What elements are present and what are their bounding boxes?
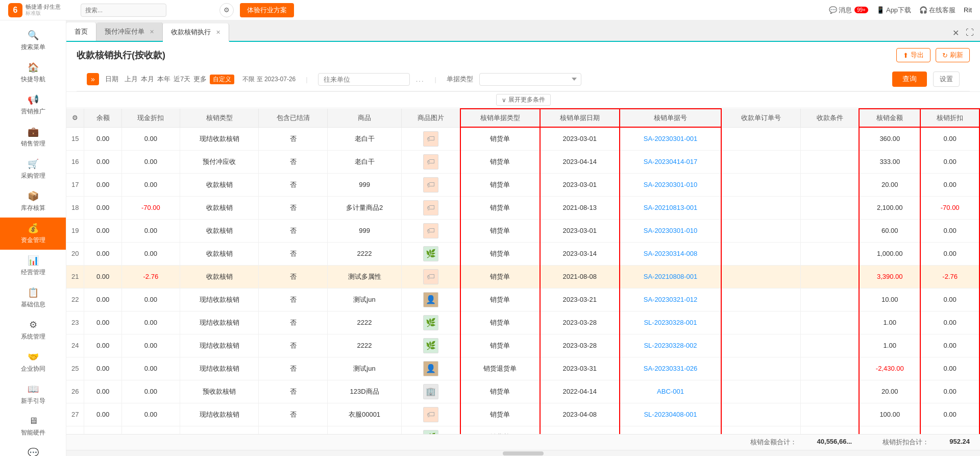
cell-verify-number[interactable]: SL-20230408-001 [620, 403, 721, 426]
tab-prepay[interactable]: 预付冲应付单 ✕ [96, 22, 163, 41]
cell-verify-number[interactable]: SL-20230418-001 [620, 426, 721, 434]
cell-verify-amount: 1.00 [859, 311, 920, 334]
date-cur-year[interactable]: 本年 [157, 75, 170, 84]
cell-verify-amount: 20.00 [859, 173, 920, 196]
goods-image: 🏷 [423, 177, 438, 193]
cell-balance: 0.00 [84, 219, 121, 242]
user-name[interactable]: Rit [964, 6, 972, 14]
goods-image: 🌿 [423, 338, 438, 353]
export-btn[interactable]: ⬆ 导出 [896, 48, 930, 62]
sidebar-item-inventory[interactable]: 📦 库存核算 [0, 185, 66, 218]
cell-receipt-terms [800, 426, 859, 434]
cell-balance: 0.00 [84, 357, 121, 380]
settings-icon[interactable]: ⚙ [219, 3, 234, 17]
expand-more-btn[interactable]: ∨ 展开更多条件 [496, 94, 551, 106]
verify-number-link[interactable]: SA-20230314-008 [644, 250, 698, 257]
footer-verify-discount-total: 952.24 [949, 438, 970, 447]
sidebar-item-operations[interactable]: 📊 经营管理 [0, 250, 66, 282]
cell-verify-discount: -2.76 [920, 265, 979, 288]
sidebar-item-base[interactable]: 📋 基础信息 [0, 282, 66, 314]
cell-verify-date: 2023-04-08 [540, 403, 620, 426]
date-cur-month[interactable]: 本月 [141, 75, 154, 84]
cell-cash-discount: 0.00 [121, 127, 180, 150]
top-search-input[interactable] [81, 4, 166, 17]
sidebar-item-cooperation[interactable]: 🤝 企业协同 [0, 346, 66, 378]
goods-image: 🏷 [423, 154, 438, 170]
cell-goods: 测试jun [327, 357, 402, 380]
cell-verify-number[interactable]: ABC-001 [620, 380, 721, 403]
sidebar-item-marketing[interactable]: 📢 营销推广 [0, 89, 66, 121]
verify-number-link[interactable]: SL-20230408-001 [644, 411, 697, 418]
sidebar-item-hardware[interactable]: 🖥 智能硬件 [0, 411, 66, 442]
tab-prepay-close[interactable]: ✕ [150, 29, 154, 35]
date-7days[interactable]: 近7天 [174, 75, 190, 84]
table-row: 16 0.00 0.00 预付冲应收 否 老白干 🏷 销货单 2023-04-1… [66, 150, 979, 173]
cell-verify-voucher-type: 销货单 [460, 265, 540, 288]
cell-id: 16 [66, 150, 84, 173]
sidebar-item-system[interactable]: ⚙ 系统管理 [0, 314, 66, 346]
cell-verify-number[interactable]: SA-20230321-012 [620, 288, 721, 311]
tab-home[interactable]: 首页 [66, 22, 96, 41]
system-icon: ⚙ [29, 319, 37, 330]
cell-receipt-order-no [721, 127, 800, 150]
data-table-container[interactable]: ⚙ 余额 现金折扣 核销类型 包含已结清 商品 商品图片 核销单据类型 核销单据… [66, 108, 980, 434]
cell-verify-number[interactable]: SL-20230328-001 [620, 311, 721, 334]
verify-number-link[interactable]: SA-20230331-026 [644, 365, 698, 372]
verify-number-link[interactable]: SA-20230414-017 [644, 158, 698, 165]
sidebar-item-guide[interactable]: 📖 新手引导 [0, 378, 66, 411]
maximize-btn[interactable]: ⛶ [964, 27, 976, 39]
voucher-type-select[interactable]: 销货单 销货退货单 [479, 73, 581, 86]
cell-verify-number[interactable]: SA-20230414-017 [620, 150, 721, 173]
sidebar-item-search[interactable]: 🔍 搜索菜单 [0, 25, 66, 57]
verify-number-link[interactable]: ABC-001 [657, 388, 684, 395]
refresh-btn[interactable]: ↻ 刷新 [936, 48, 970, 62]
tab-verify-close[interactable]: ✕ [216, 29, 220, 36]
close-all-tabs-btn[interactable]: ✕ [949, 27, 962, 39]
app-download-btn[interactable]: 📱 App下载 [876, 6, 911, 15]
tab-verify[interactable]: 收款核销执行 ✕ [163, 23, 229, 42]
cell-verify-number[interactable]: SA-20230301-010 [620, 219, 721, 242]
date-range-display: 不限 至 2023-07-26 [242, 75, 296, 84]
verify-number-link[interactable]: SL-20230328-002 [644, 342, 697, 349]
setting-btn[interactable]: 设置 [933, 71, 960, 87]
cell-verify-number[interactable]: SL-20230328-002 [620, 334, 721, 357]
verify-number-link[interactable]: SL-20230418-001 [644, 434, 697, 434]
cell-verify-number[interactable]: SA-20210813-001 [620, 196, 721, 219]
cell-verify-amount: 100.00 [859, 426, 920, 434]
verify-number-link[interactable]: SA-20210808-001 [644, 273, 698, 280]
col-settings[interactable]: ⚙ [66, 109, 84, 127]
cell-goods-img: 🌿 [402, 311, 460, 334]
date-prev-month[interactable]: 上月 [125, 75, 138, 84]
sidebar-item-wechat[interactable]: 💬 企业微信 [0, 442, 66, 456]
verify-number-link[interactable]: SA-20230321-012 [644, 296, 698, 303]
solution-button[interactable]: 体验行业方案 [240, 3, 294, 17]
cell-verify-date: 2023-04-14 [540, 150, 620, 173]
horizontal-scrollbar-thumb[interactable] [503, 451, 544, 455]
cell-verify-number[interactable]: SA-20210808-001 [620, 265, 721, 288]
sidebar-item-finance[interactable]: 💰 资金管理 [0, 218, 66, 250]
query-btn[interactable]: 查询 [892, 71, 927, 87]
scrollbar-area[interactable] [66, 450, 980, 456]
cell-verify-number[interactable]: SA-20230331-026 [620, 357, 721, 380]
sidebar-item-sales[interactable]: 💼 销售管理 [0, 121, 66, 153]
cell-verify-number[interactable]: SA-20230301-001 [620, 127, 721, 150]
cell-verify-type: 收款核销 [180, 196, 259, 219]
expand-more-bar: ∨ 展开更多条件 [66, 92, 980, 108]
verify-number-link[interactable]: SA-20210813-001 [644, 204, 698, 211]
cell-goods: 999 [327, 173, 402, 196]
cell-verify-number[interactable]: SA-20230314-008 [620, 242, 721, 265]
sidebar-item-purchase[interactable]: 🛒 采购管理 [0, 153, 66, 185]
cell-verify-number[interactable]: SA-20230301-010 [620, 173, 721, 196]
counterpart-input[interactable] [318, 73, 410, 86]
sidebar-item-nav[interactable]: 🏠 快捷导航 [0, 57, 66, 89]
verify-number-link[interactable]: SA-20230301-001 [644, 135, 698, 142]
verify-number-link[interactable]: SA-20230301-010 [644, 181, 698, 188]
date-more[interactable]: 更多 [193, 75, 207, 84]
verify-number-link[interactable]: SA-20230301-010 [644, 227, 698, 234]
filter-expand-btn[interactable]: » [87, 73, 99, 85]
verify-number-link[interactable]: SL-20230328-001 [644, 319, 697, 326]
messages-btn[interactable]: 💬 消息 99+ [829, 6, 868, 15]
date-custom[interactable]: 自定义 [210, 75, 234, 84]
cell-goods: 老白干 [327, 127, 402, 150]
online-service-btn[interactable]: 🎧 在线客服 [919, 6, 955, 15]
